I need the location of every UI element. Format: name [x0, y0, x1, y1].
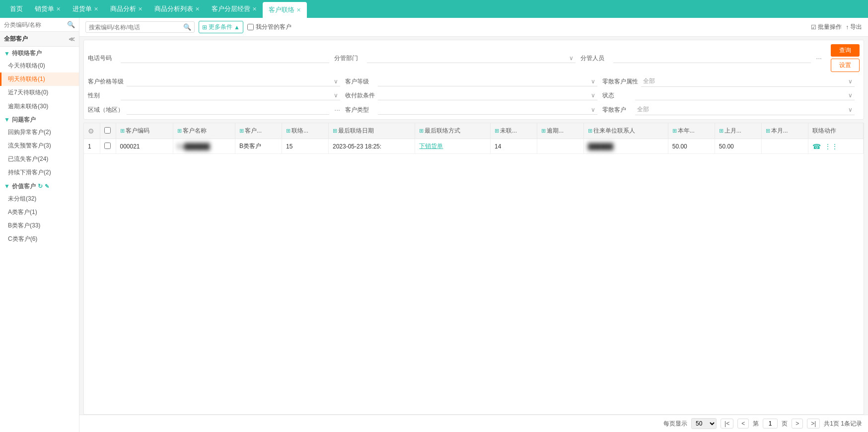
close-icon[interactable]: ✕	[56, 6, 61, 12]
row-contact-person: ██████	[583, 139, 668, 154]
filter-customer-grade: 客户等级 ∨	[345, 77, 602, 86]
col-year-amount[interactable]: ⊞本年...	[668, 123, 715, 139]
ellipsis-icon[interactable]: ···	[334, 106, 340, 114]
customer-type-select[interactable]: ∨	[378, 105, 597, 115]
query-button[interactable]: 查询	[831, 44, 860, 57]
close-icon[interactable]: ✕	[138, 6, 143, 12]
chevron-down-icon: ∨	[848, 92, 853, 99]
col-gear: ⚙	[84, 123, 100, 139]
edit-icon[interactable]: ✎	[45, 183, 49, 190]
nav-purchase-order[interactable]: 进货单 ✕	[67, 0, 104, 18]
sort-icon: ⊞	[672, 128, 677, 134]
sort-icon: ⊞	[541, 128, 546, 134]
row-customer-type: B类客户	[235, 139, 282, 154]
col-last-contact-method[interactable]: ⊞最后联络方式	[415, 123, 491, 139]
next-page-button[interactable]: >	[792, 419, 803, 429]
col-this-month-amount[interactable]: ⊞本月...	[761, 123, 808, 139]
col-unlinked[interactable]: ⊞未联...	[491, 123, 537, 139]
sidebar-item-overdue-contact[interactable]: 逾期未联络(30)	[0, 100, 79, 113]
col-overdue[interactable]: ⊞逾期...	[537, 123, 583, 139]
refresh-icon[interactable]: ↻	[38, 183, 43, 190]
close-icon[interactable]: ✕	[94, 6, 98, 12]
sidebar-item-c-class[interactable]: C类客户(6)	[0, 232, 79, 246]
collapse-icon[interactable]: ≪	[69, 36, 75, 43]
sort-icon: ⊞	[177, 128, 182, 134]
search-icon[interactable]: 🔍	[67, 21, 75, 28]
payment-select[interactable]: ∨	[378, 91, 597, 100]
table-footer: 每页显示 50 100 200 |< < 第 页 > >| 共1页 1条记录	[79, 415, 868, 432]
table-row: 1 000021 Ea██████ B类客户 15 2023-05-23 18:…	[84, 139, 864, 154]
filter-row-4: 区域（地区） ··· 客户类型 ∨ 零散客户 全部 ∨	[88, 104, 860, 115]
sidebar-item-ungrouped[interactable]: 未分组(32)	[0, 192, 79, 206]
search-icon[interactable]: 🔍	[183, 23, 191, 31]
retail-attr-select[interactable]: 全部 ∨	[641, 76, 855, 87]
customer-table: ⚙ ⊞客户编码 ⊞客户名称 ⊞客户...	[84, 123, 864, 154]
sidebar-item-tomorrow-contact[interactable]: 明天待联络(1)	[0, 72, 79, 86]
filter-icon: ⊞	[202, 24, 207, 31]
search-input[interactable]	[89, 24, 183, 31]
filter-panel: 电话号码 分管部门 ∨ 分管人员 ··· 查询 设置	[83, 40, 864, 120]
nav-product-analysis[interactable]: 商品分析 ✕	[104, 0, 148, 18]
manager-input[interactable]	[613, 54, 811, 63]
col-contact-person[interactable]: ⊞往来单位联系人	[583, 123, 668, 139]
last-page-button[interactable]: >|	[807, 419, 820, 429]
page-input[interactable]	[763, 419, 778, 429]
filter-manager: 分管人员 ···	[580, 54, 827, 63]
row-index: 1	[84, 139, 100, 154]
close-icon[interactable]: ✕	[252, 6, 257, 12]
call-icon[interactable]: ☎	[812, 143, 821, 150]
phone-input[interactable]	[121, 54, 329, 63]
row-name[interactable]: Ea██████	[173, 139, 235, 154]
dept-select[interactable]: ∨	[367, 54, 576, 63]
gear-icon[interactable]: ⚙	[88, 127, 94, 135]
page-size-select[interactable]: 50 100 200	[691, 418, 717, 429]
nav-customer-stratification[interactable]: 客户分层经营 ✕	[206, 0, 263, 18]
sidebar-item-abnormal-repurchase[interactable]: 回购异常客户(2)	[0, 126, 79, 139]
col-customer-code[interactable]: ⊞客户编码	[116, 123, 173, 139]
sidebar-item-declining[interactable]: 持续下滑客户(2)	[0, 166, 79, 179]
status-select[interactable]: ∨	[635, 91, 855, 100]
close-icon[interactable]: ✕	[195, 6, 200, 12]
sidebar-item-7days-contact[interactable]: 近7天待联络(0)	[0, 86, 79, 99]
first-page-button[interactable]: |<	[721, 419, 733, 429]
nav-sales-order[interactable]: 销货单 ✕	[29, 0, 67, 18]
batch-op-button[interactable]: ☑ 批量操作	[811, 23, 842, 31]
col-last-month-amount[interactable]: ⊞上月...	[715, 123, 761, 139]
sidebar-item-today-contact[interactable]: 今天待联络(0)	[0, 59, 79, 72]
chevron-down-icon: ∨	[848, 78, 853, 85]
my-customers-checkbox[interactable]	[247, 24, 254, 30]
row-year-amount: 50.00	[668, 139, 715, 154]
sidebar-item-a-class[interactable]: A类客户(1)	[0, 206, 79, 219]
select-all-checkbox[interactable]	[104, 127, 111, 134]
sidebar-search-input[interactable]	[4, 21, 67, 28]
customer-grade-select[interactable]: ∨	[378, 77, 597, 86]
col-last-contact-date[interactable]: ⊞最后联络日期	[329, 123, 415, 139]
more-filters-button[interactable]: ⊞ 更多条件 ▲	[199, 21, 243, 33]
sidebar-item-b-class[interactable]: B类客户(33)	[0, 219, 79, 232]
filter-retail-customer: 零散客户 全部 ∨	[602, 104, 860, 115]
my-customers-checkbox-wrap[interactable]: 我分管的客户	[247, 23, 291, 31]
row-checkbox	[100, 139, 116, 154]
col-customer-type[interactable]: ⊞客户...	[235, 123, 282, 139]
price-grade-select[interactable]: ∨	[127, 77, 340, 86]
col-customer-name[interactable]: ⊞客户名称	[173, 123, 235, 139]
region-input[interactable]	[127, 105, 329, 115]
row-last-contact-method[interactable]: 下销货单	[415, 139, 491, 154]
col-contact-count[interactable]: ⊞联络...	[282, 123, 329, 139]
prev-page-button[interactable]: <	[737, 419, 749, 429]
sidebar-item-churned[interactable]: 已流失客户(24)	[0, 152, 79, 166]
ellipsis-icon[interactable]: ···	[816, 54, 822, 62]
gender-select[interactable]: ∨	[121, 91, 340, 100]
nav-customer-contact[interactable]: 客户联络 ✕	[263, 2, 307, 18]
filter-phone: 电话号码	[88, 54, 334, 63]
more-action-icon[interactable]: ⋮⋮	[824, 143, 838, 150]
retail-customer-select[interactable]: 全部 ∨	[635, 104, 855, 115]
close-icon[interactable]: ✕	[296, 7, 301, 13]
all-customers-header[interactable]: 全部客户 ≪	[0, 32, 79, 47]
set-button[interactable]: 设置	[831, 59, 860, 72]
sidebar-item-churn-warning[interactable]: 流失预警客户(3)	[0, 139, 79, 152]
export-button[interactable]: ↑ 导出	[846, 23, 862, 31]
nav-product-analysis-list[interactable]: 商品分析列表 ✕	[148, 0, 206, 18]
nav-home[interactable]: 首页	[4, 0, 29, 18]
row-select-checkbox[interactable]	[104, 143, 111, 149]
